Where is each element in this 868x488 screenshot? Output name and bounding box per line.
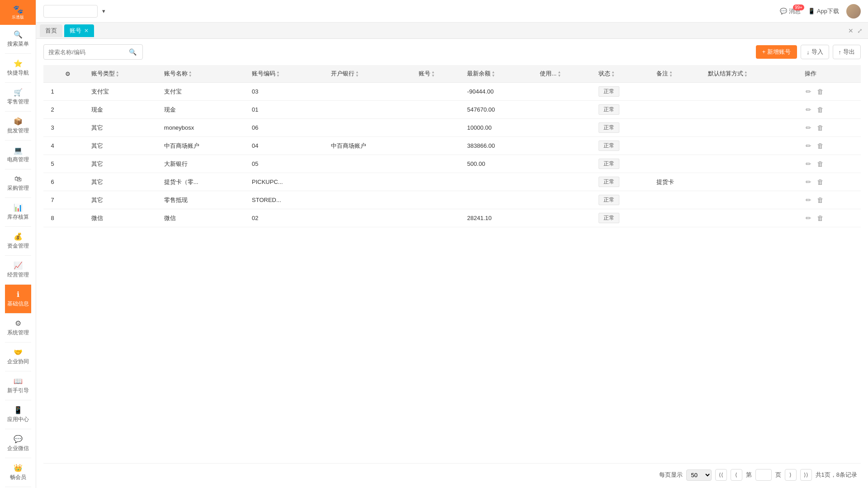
delete-button-5[interactable]: 🗑 [816, 177, 825, 187]
delete-button-0[interactable]: 🗑 [816, 87, 825, 96]
edit-button-4[interactable]: ✏ [805, 159, 812, 169]
last-page-button[interactable]: ⟩⟩ [800, 469, 812, 481]
delete-button-6[interactable]: 🗑 [816, 195, 825, 205]
content-toolbar: 🔍 + 新增账号 ↓ 导入 ↑ 导出 [43, 44, 861, 60]
cell-account-2 [415, 119, 463, 137]
cell-balance-2: 10000.00 [463, 119, 536, 137]
avatar[interactable] [846, 4, 861, 19]
col-status[interactable]: 状态▲▼ [595, 65, 653, 83]
sidebar-item-operation[interactable]: 📈经营管理 [5, 256, 31, 285]
topbar-search-input[interactable] [43, 5, 98, 18]
message-button[interactable]: 💬 消息 99+ [780, 7, 801, 15]
sidebar-item-quick-nav[interactable]: ⭐快捷导航 [5, 54, 31, 83]
col-type[interactable]: 账号类型▲▼ [88, 65, 160, 83]
sidebar-item-retail[interactable]: 🛒零售管理 [5, 83, 31, 112]
cell-usage-7 [536, 209, 595, 227]
table-row: 1支付宝支付宝03-90444.00正常 ✏ 🗑 [43, 83, 861, 101]
sidebar-item-inventory[interactable]: 📊库存核算 [5, 198, 31, 227]
col-balance[interactable]: 最新余额▲▼ [463, 65, 536, 83]
search-box: 🔍 [43, 44, 143, 60]
maximize-icon[interactable]: ⤢ [857, 27, 863, 34]
sidebar-icon-system: ⚙ [15, 319, 21, 328]
cell-action-1: ✏ 🗑 [801, 101, 861, 119]
edit-button-5[interactable]: ✏ [805, 177, 812, 187]
sidebar-item-wholesale[interactable]: 📦批发管理 [5, 112, 31, 141]
edit-button-0[interactable]: ✏ [805, 87, 812, 97]
cell-code-5: PICKUPC... [248, 173, 327, 191]
col-usage[interactable]: 使用...▲▼ [536, 65, 595, 83]
sidebar-item-app-center[interactable]: 📱应用中心 [5, 400, 31, 429]
app-download-button[interactable]: 📱 App下载 [808, 7, 839, 15]
sidebar-item-basic-info[interactable]: ℹ基础信息 [5, 285, 31, 314]
cell-account-4 [415, 155, 463, 173]
sidebar-icon-wholesale: 📦 [14, 117, 23, 126]
pagination: 每页显示 50 100 ⟨⟨ ⟨ 第 1 页 ⟩ ⟩⟩ 共1页，8条记录 [43, 463, 861, 483]
next-page-button[interactable]: ⟩ [785, 469, 797, 481]
tab-accounts[interactable]: 账号✕ [64, 24, 94, 37]
status-badge-1: 正常 [599, 104, 619, 115]
status-badge-4: 正常 [599, 159, 619, 169]
edit-button-2[interactable]: ✏ [805, 123, 812, 133]
sidebar-item-enterprise[interactable]: 🤝企业协同 [5, 343, 31, 371]
edit-button-6[interactable]: ✏ [805, 195, 812, 205]
sidebar-item-enterprise-wechat[interactable]: 💬企业微信 [5, 429, 31, 458]
sort-icon-type: ▲▼ [116, 70, 119, 78]
toolbar-right: + 新增账号 ↓ 导入 ↑ 导出 [756, 45, 861, 59]
col-name[interactable]: 账号名称▲▼ [160, 65, 248, 83]
cell-settlement-6 [704, 191, 802, 209]
cell-settlement-3 [704, 137, 802, 155]
prev-page-button[interactable]: ⟨ [731, 469, 742, 481]
cell-status-4: 正常 [595, 155, 653, 173]
sidebar-label-operation: 经营管理 [7, 271, 29, 279]
delete-button-4[interactable]: 🗑 [816, 159, 825, 169]
close-tab-icon[interactable]: ✕ [848, 27, 854, 34]
cell-no-4: 5 [43, 155, 61, 173]
col-remark[interactable]: 备注▲▼ [653, 65, 704, 83]
cell-balance-5 [463, 173, 536, 191]
tab-close-accounts[interactable]: ✕ [84, 28, 89, 34]
main-area: ▾ 💬 消息 99+ 📱 App下载 首页账号✕ ✕ ⤢ [36, 0, 868, 488]
pagination-total: 共1页，8条记录 [816, 471, 857, 479]
cell-status-0: 正常 [595, 83, 653, 101]
sidebar-label-vip: 畅会员 [10, 474, 26, 481]
cell-type-1: 现金 [88, 101, 160, 119]
tab-home[interactable]: 首页 [40, 24, 62, 37]
col-code[interactable]: 账号编码▲▼ [248, 65, 327, 83]
edit-button-3[interactable]: ✏ [805, 141, 812, 151]
cell-bank-2 [327, 119, 415, 137]
col-account[interactable]: 账号▲▼ [415, 65, 463, 83]
sidebar-item-system[interactable]: ⚙系统管理 [5, 314, 31, 343]
sort-icon-balance: ▲▼ [491, 70, 495, 78]
search-button[interactable]: 🔍 [125, 45, 140, 59]
delete-button-2[interactable]: 🗑 [816, 123, 825, 132]
sidebar-item-finance[interactable]: 💰资金管理 [5, 227, 31, 256]
sidebar-item-ecommerce[interactable]: 💻电商管理 [5, 141, 31, 169]
col-no [43, 65, 61, 83]
export-label: 导出 [843, 48, 855, 56]
col-bank[interactable]: 开户银行▲▼ [327, 65, 415, 83]
delete-button-3[interactable]: 🗑 [816, 141, 825, 150]
search-input[interactable] [44, 46, 125, 58]
delete-button-1[interactable]: 🗑 [816, 105, 825, 114]
sidebar-item-purchase[interactable]: 🛍采购管理 [5, 169, 31, 198]
status-badge-6: 正常 [599, 195, 619, 205]
first-page-button[interactable]: ⟨⟨ [715, 469, 727, 481]
delete-button-7[interactable]: 🗑 [816, 213, 825, 223]
page-number-input[interactable]: 1 [755, 469, 772, 481]
import-button[interactable]: ↓ 导入 [801, 45, 829, 59]
tab-label-accounts: 账号 [70, 27, 81, 35]
export-button[interactable]: ↑ 导出 [833, 45, 861, 59]
add-account-button[interactable]: + 新增账号 [756, 45, 797, 59]
col-settlement[interactable]: 默认结算方式▲▼ [704, 65, 802, 83]
per-page-select[interactable]: 50 100 [686, 469, 712, 481]
sidebar-item-search-menu[interactable]: 🔍搜索菜单 [5, 25, 31, 54]
edit-button-1[interactable]: ✏ [805, 105, 812, 115]
sidebar-item-vip[interactable]: 👑畅会员 [5, 458, 31, 487]
content-area: 🔍 + 新增账号 ↓ 导入 ↑ 导出 ⚙账号类型▲▼账号名称▲▼账号编码▲▼开户… [36, 39, 868, 488]
cell-bank-3: 中百商场账户 [327, 137, 415, 155]
sidebar-label-search-menu: 搜索菜单 [7, 40, 29, 48]
edit-button-7[interactable]: ✏ [805, 213, 812, 223]
cell-balance-4: 500.00 [463, 155, 536, 173]
sidebar-item-guide[interactable]: 📖新手引导 [5, 371, 31, 400]
topbar-dropdown[interactable]: ▾ [102, 8, 105, 14]
